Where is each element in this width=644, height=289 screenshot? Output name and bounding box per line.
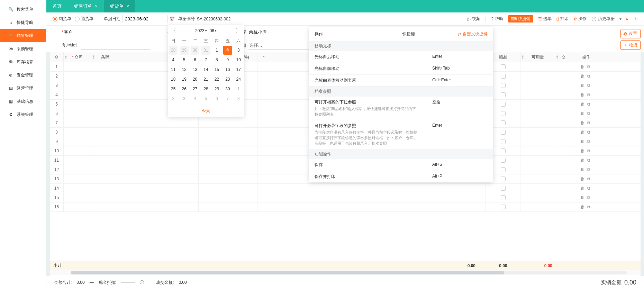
sidebar-item-0[interactable]: 🔍搜索菜单 [0,3,46,16]
hotkeys-button[interactable]: ⌨快捷键 [508,15,533,22]
cell[interactable] [226,137,257,146]
collapse-icon[interactable]: ▸| [626,17,629,21]
cell[interactable] [555,81,572,90]
cal-day[interactable]: 24 [234,75,243,84]
close-icon[interactable]: × [126,3,129,9]
copy-icon[interactable]: ⧉ [587,92,592,97]
cell[interactable]: 12 [50,165,64,174]
cell[interactable] [91,118,119,127]
cell[interactable]: 🗑⧉ [572,72,600,81]
col-header-2[interactable]: ▴▾条码 [91,52,119,62]
cell[interactable] [555,184,572,193]
cell[interactable]: 🗑⧉ [572,109,600,118]
cell[interactable] [257,109,271,118]
cell[interactable]: 13 [50,174,64,183]
cell[interactable]: 🗑⧉ [572,193,600,202]
radio-return-bill[interactable]: 退货单 [75,16,93,22]
copy-icon[interactable]: ⧉ [587,167,592,172]
cell[interactable] [226,193,257,202]
cal-day[interactable]: 27 [191,84,199,93]
cell[interactable]: 9 [50,137,64,146]
table-row[interactable]: 15🗑⧉ [50,193,641,202]
cell[interactable] [199,184,226,193]
col-header-10[interactable]: ▴▾交 [555,52,572,62]
sidebar-item-2[interactable]: 🛒销售管理 [0,29,46,42]
cell[interactable] [91,109,119,118]
cell[interactable] [64,202,91,211]
cell[interactable] [64,174,91,183]
cal-day[interactable]: 4 [191,94,199,103]
copy-icon[interactable]: ⧉ [587,120,592,125]
sidebar-item-5[interactable]: ⊚资金管理 [0,69,46,82]
cell[interactable] [91,100,119,109]
year-select[interactable]: 2023▾ [195,28,207,33]
cell[interactable] [486,193,520,202]
cell[interactable] [91,202,119,211]
cell[interactable] [520,202,555,211]
cal-day[interactable]: 15 [212,65,221,74]
cell[interactable] [520,128,555,137]
cell[interactable] [91,62,119,71]
delete-icon[interactable]: 🗑 [580,158,585,163]
cal-day[interactable]: 21 [201,75,210,84]
cell[interactable] [91,184,119,193]
cell[interactable] [226,128,257,137]
cell[interactable]: 🗑⧉ [572,90,600,99]
bill-date-input[interactable] [123,15,167,23]
delete-icon[interactable]: 🗑 [580,205,585,209]
cell[interactable] [257,118,271,127]
cell[interactable] [257,72,271,81]
checkbox[interactable] [501,64,506,69]
cell[interactable] [91,137,119,146]
cell[interactable] [91,174,119,183]
cal-day[interactable]: 18 [169,75,178,84]
cell[interactable] [520,193,555,202]
cell[interactable] [199,146,226,155]
cal-day[interactable]: 7 [201,55,210,64]
delete-icon[interactable]: 🗑 [580,64,585,69]
delete-icon[interactable]: 🗑 [580,148,585,153]
cell[interactable] [520,165,555,174]
sidebar-item-8[interactable]: ⚙系统管理 [0,108,46,121]
cell[interactable] [555,72,572,81]
checkbox[interactable] [501,102,506,107]
sidebar-item-6[interactable]: ▤经营管理 [0,82,46,95]
print-button[interactable]: ⎙打印 [556,16,569,22]
gear-icon[interactable]: ⚙ [55,55,58,60]
cell[interactable]: 🗑⧉ [572,184,600,193]
checkbox[interactable] [501,158,506,163]
cell[interactable] [555,146,572,155]
copy-icon[interactable]: ⧉ [587,186,592,191]
addr-input[interactable] [81,41,150,49]
copy-icon[interactable]: ⧉ [587,177,592,181]
help-button[interactable]: ?帮助 [491,16,503,22]
discount-input[interactable] [121,282,135,283]
cell[interactable]: 16 [50,202,64,211]
cell[interactable] [520,118,555,127]
cell[interactable]: 5 [50,100,64,109]
checkbox[interactable] [501,167,506,172]
cell[interactable] [257,128,271,137]
cell[interactable] [199,118,226,127]
cell[interactable] [199,156,226,165]
cell[interactable] [520,81,555,90]
cell[interactable] [486,202,520,211]
cell[interactable] [119,118,199,127]
cal-day[interactable]: 5 [180,55,188,64]
cell[interactable] [520,109,555,118]
cal-day[interactable]: 11 [169,65,178,74]
col-header-1[interactable]: ▴▾*仓库 [64,52,91,62]
cell[interactable] [64,165,91,174]
cell[interactable] [555,174,572,183]
copy-icon[interactable]: ⧉ [587,130,592,135]
cell[interactable] [257,202,271,211]
cell[interactable] [520,174,555,183]
cal-day[interactable]: 28 [169,46,178,55]
cal-day[interactable]: 1 [212,46,221,55]
cell[interactable] [257,193,271,202]
cell[interactable] [64,62,91,71]
cell[interactable] [91,128,119,137]
cell[interactable]: 🗑⧉ [572,156,600,165]
cal-day[interactable]: 30 [191,46,199,55]
cell[interactable]: 11 [50,156,64,165]
